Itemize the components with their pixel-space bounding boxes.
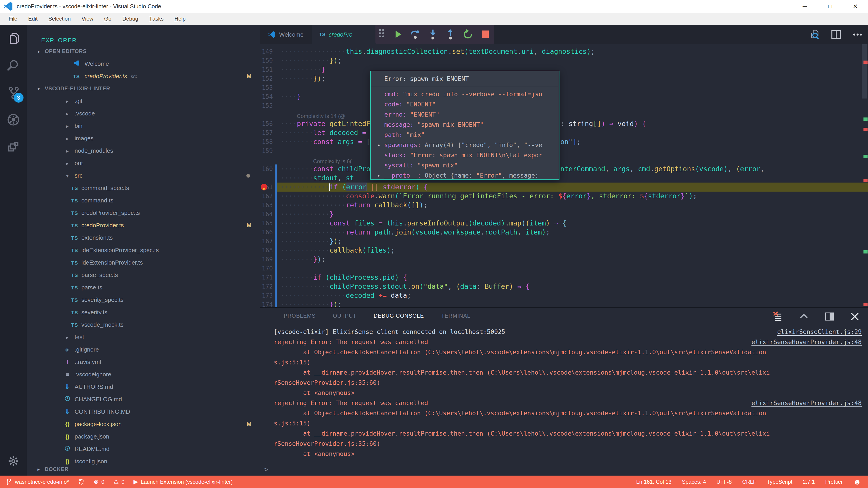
tree-item-ideextensionprovider-spec-ts[interactable]: TSideExtensionProvider_spec.ts: [27, 244, 260, 256]
tree-item-extension-ts[interactable]: TSextension.ts: [27, 232, 260, 244]
step-out-button[interactable]: [441, 26, 459, 42]
tree-item-command-spec-ts[interactable]: TScommand_spec.ts: [27, 182, 260, 194]
popup-property-cmd[interactable]: cmd: "mix credo info --verbose --format=…: [371, 89, 559, 99]
line-number[interactable]: 174: [260, 300, 273, 307]
clear-console-icon[interactable]: [772, 311, 783, 322]
status-ln-161-col-13[interactable]: Ln 161, Col 13: [636, 479, 672, 485]
panel-tab-terminal[interactable]: TERMINAL: [441, 313, 470, 319]
line-number[interactable]: 165: [260, 219, 273, 228]
line-number[interactable]: 169: [260, 255, 273, 264]
line-number[interactable]: 164: [260, 210, 273, 219]
tree-item-src[interactable]: ▾src: [27, 169, 260, 182]
settings-gear-button[interactable]: [0, 450, 27, 473]
activity-search[interactable]: [0, 52, 27, 79]
maximize-button[interactable]: □: [817, 0, 843, 13]
code-line[interactable]: 166················return path.join(vsco…: [260, 228, 868, 237]
tree-item-out[interactable]: ▸out: [27, 157, 260, 169]
panel-tab-problems[interactable]: PROBLEMS: [284, 313, 315, 319]
line-number[interactable]: 153: [260, 83, 273, 92]
popup-property-proto[interactable]: ▸__proto__: Object {name: "Error", messa…: [371, 170, 559, 181]
panel-tab-debug-console[interactable]: DEBUG CONSOLE: [374, 313, 424, 319]
tree-item-test[interactable]: ▸test: [27, 331, 260, 344]
code-line[interactable]: 167············});: [260, 237, 868, 246]
popup-property-syscall[interactable]: syscall: "spawn mix": [371, 160, 559, 170]
line-number[interactable]: 160: [260, 164, 273, 173]
console-source-link[interactable]: elixirSenseClient.js:29: [777, 327, 862, 337]
popup-property-path[interactable]: path: "mix": [371, 130, 559, 140]
activity-source-control[interactable]: 3: [0, 79, 27, 106]
line-number[interactable]: 155: [260, 101, 273, 110]
code-line[interactable]: 150············});: [260, 56, 868, 65]
popup-property-errno[interactable]: errno: "ENOENT": [371, 109, 559, 120]
tree-item--vscode[interactable]: ▸.vscode: [27, 107, 260, 120]
step-over-button[interactable]: [406, 26, 424, 42]
tree-item-vscode-mock-ts[interactable]: TSvscode_mock.ts: [27, 319, 260, 331]
line-number[interactable]: 150: [260, 56, 273, 65]
status-spaces-4[interactable]: Spaces: 4: [682, 479, 706, 485]
popup-property-spawnargs[interactable]: ▸spawnargs: Array(4) ["credo", "info", "…: [371, 140, 559, 150]
line-number[interactable]: 159: [260, 147, 273, 156]
panel-tab-output[interactable]: OUTPUT: [333, 313, 356, 319]
section-open-editors[interactable]: ▾OPEN EDITORS: [27, 45, 260, 58]
menu-tasks[interactable]: Tasks: [144, 13, 169, 25]
activity-debug[interactable]: [0, 106, 27, 133]
console-source-link[interactable]: elixirSenseHoverProvider.js:48: [751, 337, 862, 347]
tab-welcome[interactable]: Welcome: [260, 25, 311, 44]
line-number[interactable]: 156: [260, 119, 273, 128]
line-number[interactable]: 162: [260, 192, 273, 201]
code-line[interactable]: 157········let decoded =: [260, 128, 868, 137]
status-branch[interactable]: wasnotrice-credo-info*: [6, 479, 69, 485]
code-line[interactable]: 151··········}: [260, 65, 868, 74]
close-panel-icon[interactable]: [849, 311, 860, 322]
menu-help[interactable]: Help: [169, 13, 191, 25]
activity-explorer[interactable]: [0, 25, 27, 52]
status-feedback[interactable]: ☻: [853, 477, 861, 486]
code-line[interactable]: 162················console.warn(`Error r…: [260, 192, 868, 201]
tree-item-parse-ts[interactable]: TSparse.ts: [27, 281, 260, 294]
tree-item-credoprovider-ts[interactable]: TScredoProvider.tsM: [27, 219, 260, 232]
chevron-right-icon[interactable]: ▸: [377, 170, 380, 181]
menu-debug[interactable]: Debug: [117, 13, 144, 25]
status-typescript[interactable]: TypeScript: [767, 479, 792, 485]
open-editor-item[interactable]: TScredoProvider.tssrcM: [27, 70, 260, 83]
chevron-right-icon[interactable]: ▸: [377, 140, 380, 150]
close-button[interactable]: ✕: [843, 0, 868, 13]
tree-item--gitignore[interactable]: ◈.gitignore: [27, 344, 260, 356]
tree-item-credoprovider-spec-ts[interactable]: TScredoProvider_spec.ts: [27, 207, 260, 219]
status-utf-8[interactable]: UTF-8: [716, 479, 732, 485]
code-line[interactable]: 158········const args = [on"];: [260, 137, 868, 147]
section-docker[interactable]: ▸ DOCKER: [27, 463, 260, 476]
code-wrap-row[interactable]: ········stdout, st: [260, 173, 868, 183]
editor-scrollbar[interactable]: [862, 44, 867, 98]
status-prettier[interactable]: Prettier: [825, 479, 843, 485]
code-line[interactable]: 174············});: [260, 300, 868, 307]
code-line[interactable]: 168············callback(files);: [260, 246, 868, 255]
tree-item-bin[interactable]: ▸bin: [27, 120, 260, 132]
continue-button[interactable]: [389, 26, 407, 42]
code-line[interactable]: 156····private getLintedFiles(callback: …: [260, 119, 868, 128]
menu-edit[interactable]: Edit: [23, 13, 43, 25]
line-number[interactable]: 173: [260, 291, 273, 300]
code-line[interactable]: 173················decoded += data;: [260, 291, 868, 300]
tree-item--travis-yml[interactable]: !.travis.yml: [27, 356, 260, 368]
status-sync[interactable]: [78, 479, 85, 485]
tree-item-package-json[interactable]: {}package.json: [27, 430, 260, 443]
tree-item-severity-ts[interactable]: TSseverity.ts: [27, 306, 260, 319]
tree-item-severity-spec-ts[interactable]: TSseverity_spec.ts: [27, 294, 260, 306]
codelens-row[interactable]: Complexity is 14 (@_: [260, 110, 868, 119]
split-editor-icon[interactable]: [831, 29, 842, 40]
section-project[interactable]: ▾VSCODE-ELIXIR-LINTER: [27, 83, 260, 95]
menu-file[interactable]: File: [3, 13, 23, 25]
codelens-row[interactable]: Complexity is 6(: [260, 156, 868, 164]
popup-property-message[interactable]: message: "spawn mix ENOENT": [371, 120, 559, 130]
code-line[interactable]: 169········});: [260, 255, 868, 264]
line-number[interactable]: 167: [260, 237, 273, 246]
tree-item-parse-spec-ts[interactable]: TSparse_spec.ts: [27, 269, 260, 281]
more-actions-icon[interactable]: [852, 29, 864, 40]
tree-item-node-modules[interactable]: ▸node_modules: [27, 144, 260, 157]
line-number[interactable]: 171: [260, 273, 273, 282]
line-number[interactable]: 170: [260, 264, 273, 273]
split-panel-icon[interactable]: [824, 311, 835, 322]
console-prompt[interactable]: >: [264, 465, 268, 473]
line-number[interactable]: 163: [260, 201, 273, 210]
